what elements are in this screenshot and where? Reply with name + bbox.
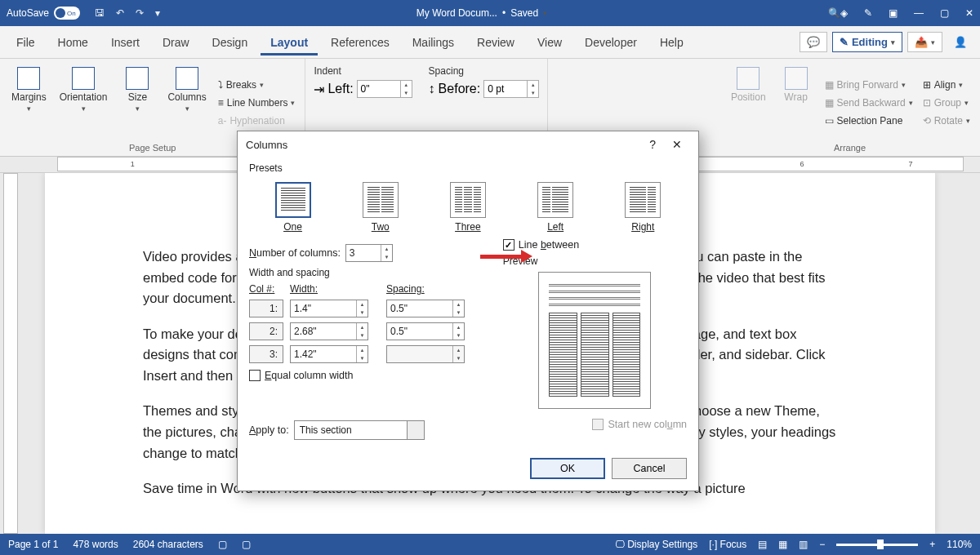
maximize-icon[interactable]: ▢ (940, 7, 949, 19)
tab-file[interactable]: File (7, 29, 45, 56)
num-cols-input[interactable]: 3▲▼ (345, 244, 393, 262)
hyphenation-button[interactable]: a- Hyphenation (216, 113, 297, 128)
position-button[interactable]: Position (728, 64, 769, 141)
orientation-button[interactable]: Orientation▾ (56, 64, 111, 141)
tab-insert[interactable]: Insert (101, 29, 149, 56)
statusbar: Page 1 of 1 478 words 2604 characters ▢ … (0, 534, 980, 555)
zoom-slider[interactable] (836, 544, 918, 546)
web-layout-icon[interactable]: ▥ (799, 539, 808, 550)
tab-draw[interactable]: Draw (153, 29, 199, 56)
annotation-arrow (480, 250, 532, 263)
save-icon[interactable]: 🖫 (95, 7, 105, 19)
word-count[interactable]: 478 words (73, 539, 118, 550)
share-button[interactable]: 📤 ▾ (907, 32, 942, 52)
tab-design[interactable]: Design (203, 29, 258, 56)
line-numbers-button[interactable]: ≡ Line Numbers ▾ (216, 95, 297, 110)
apply-to-select[interactable]: This section (294, 420, 425, 440)
search-icon[interactable]: 🔍 (828, 7, 840, 19)
send-backward-button: ▦ Send Backward ▾ (823, 95, 915, 110)
read-mode-icon[interactable]: ▤ (758, 539, 767, 550)
accessibility-icon[interactable]: ▢ (242, 539, 251, 550)
minimize-icon[interactable]: — (914, 7, 924, 19)
breaks-button[interactable]: ⤵ Breaks ▾ (216, 78, 297, 92)
spellcheck-icon[interactable]: ▢ (218, 539, 227, 550)
preset-right[interactable]: Right (625, 182, 661, 233)
editing-mode-button[interactable]: ✎ Editing ▾ (832, 32, 902, 52)
print-layout-icon[interactable]: ▦ (778, 539, 787, 550)
zoom-out-icon[interactable]: − (819, 539, 825, 550)
comments-button[interactable]: 💬 (800, 32, 827, 52)
zoom-in-icon[interactable]: + (929, 539, 935, 550)
selection-pane-button[interactable]: ▭ Selection Pane (823, 113, 915, 128)
wrap-text-button[interactable]: Wrap (776, 64, 817, 141)
spacing-header: Spacing: (386, 283, 476, 295)
page-count[interactable]: Page 1 of 1 (8, 539, 58, 550)
zoom-level[interactable]: 110% (947, 539, 972, 550)
align-button[interactable]: ⊞ Align ▾ (921, 78, 972, 92)
spacing-1-input[interactable]: 0.5"▲▼ (386, 300, 465, 317)
columns-dialog: Columns ? ✕ Presets OOnene Two Three Lef… (237, 131, 699, 491)
spacing-before-input[interactable]: 0 pt▲▼ (483, 80, 539, 98)
col-header: Col #: (249, 283, 283, 295)
indent-left-icon: ⇥ (314, 82, 324, 97)
col-1: 1: (249, 300, 283, 317)
margins-button[interactable]: Margins▾ (8, 64, 50, 141)
ok-button[interactable]: OK (530, 458, 605, 479)
presets-label: Presets (249, 162, 687, 174)
start-new-column-checkbox: Start new column (592, 419, 687, 430)
preset-three[interactable]: Three (450, 182, 486, 233)
rotate-button: ⟲ Rotate ▾ (921, 113, 972, 128)
tab-view[interactable]: View (528, 29, 572, 56)
col-3: 3: (249, 345, 283, 363)
tab-layout[interactable]: Layout (261, 29, 318, 56)
redo-icon[interactable]: ↷ (136, 7, 144, 19)
dialog-titlebar: Columns ? ✕ (238, 131, 698, 158)
num-cols-label: Number of columns: (249, 247, 341, 259)
ribbon-toggle-icon[interactable]: ▣ (889, 7, 898, 19)
columns-button[interactable]: Columns▾ (164, 64, 209, 141)
preset-left[interactable]: Left (537, 182, 573, 233)
account-icon[interactable]: 👤 (947, 33, 973, 51)
spacing-2-input[interactable]: 0.5"▲▼ (386, 322, 465, 340)
tab-review[interactable]: Review (467, 29, 524, 56)
tab-home[interactable]: Home (48, 29, 98, 56)
dialog-help-icon[interactable]: ? (641, 138, 664, 151)
display-settings[interactable]: 🖵 Display Settings (615, 539, 697, 550)
close-icon[interactable]: ✕ (965, 7, 973, 19)
width-spacing-grid: Col #: Width: Spacing: 1: 1.4"▲▼ 0.5"▲▼ … (249, 283, 488, 363)
equal-width-checkbox[interactable]: Equal column width (249, 370, 488, 381)
qat-dropdown-icon[interactable]: ▾ (155, 7, 160, 19)
tab-mailings[interactable]: Mailings (403, 29, 464, 56)
undo-icon[interactable]: ↶ (116, 7, 124, 19)
preview-box (538, 272, 651, 409)
tab-help[interactable]: Help (650, 29, 693, 56)
tab-developer[interactable]: Developer (575, 29, 647, 56)
char-count[interactable]: 2604 characters (133, 539, 203, 550)
width-1-input[interactable]: 1.4"▲▼ (290, 300, 368, 317)
col-2: 2: (249, 322, 283, 340)
diamond-icon[interactable]: ◈ (840, 7, 848, 19)
ruler-vertical[interactable] (3, 173, 18, 534)
indent-left-input[interactable]: 0"▲▼ (357, 80, 412, 98)
spacing-3-input[interactable]: ▲▼ (386, 345, 465, 363)
width-2-input[interactable]: 2.68"▲▼ (290, 322, 368, 340)
width-3-input[interactable]: 1.42"▲▼ (290, 345, 368, 363)
line-between-checkbox[interactable]: Line between (503, 239, 687, 251)
qat: 🖫 ↶ ↷ ▾ (95, 7, 160, 19)
autosave-toggle[interactable]: On (54, 7, 80, 20)
wand-icon[interactable]: ✎ (864, 7, 872, 19)
preset-two[interactable]: Two (363, 182, 399, 233)
autosave-control[interactable]: AutoSave On (7, 7, 80, 20)
apply-to-label: Apply to: (249, 424, 289, 436)
document-title: My Word Docum... • Saved ▾ (160, 7, 804, 19)
preset-one[interactable]: OOnene (275, 182, 311, 233)
focus-button[interactable]: [·] Focus (709, 539, 746, 550)
cancel-button[interactable]: Cancel (612, 458, 687, 479)
spacing-before-icon: ↕ (429, 82, 435, 96)
size-button[interactable]: Size▾ (117, 64, 158, 141)
autosave-label: AutoSave (7, 7, 49, 19)
group-button: ⊡ Group ▾ (921, 95, 972, 110)
presets: OOnene Two Three Left Right (249, 179, 687, 239)
tab-references[interactable]: References (321, 29, 399, 56)
dialog-close-icon[interactable]: ✕ (664, 138, 690, 151)
